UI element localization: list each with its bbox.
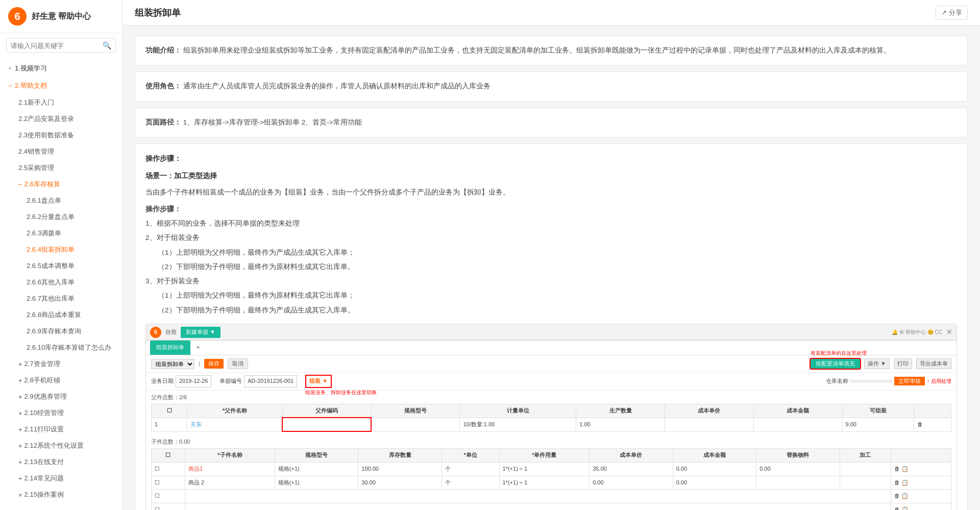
- sidebar-item-stock-check[interactable]: 2.6.9库存账本查询: [0, 323, 122, 339]
- sim-bom-btn[interactable]: 按配置清单填充: [811, 359, 860, 369]
- path-text: 1、库存核算->库存管理->组装拆卸单 2、首页->常用功能: [183, 118, 362, 126]
- lower-label-text: 子件总数：0.00: [151, 439, 190, 445]
- share-label: 分享: [949, 8, 962, 17]
- lcol-check: ☐: [152, 449, 185, 463]
- step3: 3、对于拆装业务: [145, 275, 957, 287]
- col-check: ☐: [152, 404, 187, 418]
- sim-save-btn[interactable]: 保存: [204, 359, 224, 369]
- sidebar-item-cost-adjust[interactable]: 2.6.5成本调整单: [0, 258, 122, 274]
- lr2-goods: 商品 2: [185, 476, 275, 490]
- sim-tab2: ×: [192, 341, 204, 355]
- lr2-unit: 个: [442, 476, 499, 490]
- sidebar-item-cost-calc[interactable]: 2.6.8商品成本重算: [0, 307, 122, 323]
- lr1-process: [840, 462, 891, 476]
- sim-confirm-btn[interactable]: 立即审核: [894, 377, 925, 385]
- upper-table-header: ☐ *父件名称 父件编码 规格型号 计量单位 生产数量 成本单价 成本金额 可组…: [152, 404, 951, 418]
- sidebar-item-account-error[interactable]: 2.6.10库存账本算错了怎么办: [0, 339, 122, 356]
- lcol-plan: 成本单价: [590, 449, 673, 463]
- search-icon[interactable]: 🔍: [103, 41, 111, 50]
- sidebar-item-operation[interactable]: +2.10经营管理: [0, 405, 122, 421]
- biz-label: 单据编号: [219, 376, 242, 386]
- sidebar-item-faq[interactable]: +2.14常见问题: [0, 470, 122, 487]
- sidebar-item-adjust[interactable]: 2.6.3调拨单: [0, 225, 122, 241]
- lr3-cells: [185, 490, 891, 503]
- sim-export-btn[interactable]: 导出成本单: [916, 358, 951, 369]
- lr1-check: ☐: [152, 462, 185, 476]
- collapse-icon: −: [8, 82, 12, 89]
- step1: 1、根据不同的业务，选择不同单据的类型来处理: [145, 217, 957, 230]
- intro-label: 功能介绍：: [145, 46, 181, 54]
- sidebar-item-new[interactable]: 2.1新手入门: [0, 94, 122, 111]
- sidebar-item-mobile[interactable]: +2.8手机旺铺: [0, 372, 122, 388]
- sidebar-item-settings[interactable]: +2.12系统个性化设置: [0, 438, 122, 454]
- lcol-total: 替换物料: [756, 449, 840, 463]
- sidebar-item-other-in[interactable]: 2.6.6其他入库单: [0, 274, 122, 290]
- intro-text: 组装拆卸单用来处理企业组装或拆卸等加工业务，支持有固定装配清单的产品加工业务，也…: [183, 46, 891, 54]
- lr1-replace: 0.00: [756, 462, 840, 476]
- sidebar-item-data[interactable]: 2.3使用前数据准备: [0, 127, 122, 143]
- ops-title: 操作步骤：: [145, 152, 957, 165]
- store-value[interactable]: [850, 380, 892, 382]
- lr2-process: [840, 476, 891, 490]
- path-card: 页面路径： 1、库存核算->库存管理->组装拆卸单 2、首页->常用功能: [135, 108, 968, 137]
- lr1-cost: 35.00: [590, 462, 673, 476]
- sim-more-btn[interactable]: 操作 ▼: [864, 358, 890, 369]
- sidebar-item-print[interactable]: +2.11打印设置: [0, 421, 122, 438]
- sidebar-item-stock-count2[interactable]: 2.6.2分量盘点单: [0, 209, 122, 225]
- lcol-code: 规格型号: [275, 449, 358, 463]
- role-text: 通常由生产人员或库管人员完成拆装业务的操作，库管人员确认原材料的出库和产成品的入…: [183, 82, 491, 90]
- sidebar-item-other-out[interactable]: 2.6.7其他出库单: [0, 290, 122, 307]
- cell-action: 🗑: [914, 418, 951, 431]
- search-box[interactable]: 🔍: [6, 38, 116, 53]
- sidebar-item-purchase[interactable]: 2.5采购管理: [0, 160, 122, 176]
- lr3-check: ☐: [152, 490, 185, 503]
- sim-cancel-btn[interactable]: 取消: [228, 358, 248, 369]
- sidebar-item-payment[interactable]: +2.13在线支付: [0, 454, 122, 470]
- sim-print-btn[interactable]: 打印: [894, 358, 912, 369]
- app-name: 好生意 帮助中心: [32, 11, 91, 22]
- sidebar-item-inventory[interactable]: − 2.6库存核算: [0, 176, 122, 192]
- annotation-toggle: 组装业务、拆卸业务在这里切换: [305, 388, 377, 397]
- lower-row-2: ☐ 商品 2 规格(+1) 30.00 个 1*(+1) ÷ 1 0.00 0.…: [152, 476, 951, 490]
- sim-type-select[interactable]: 组装拆卸单: [151, 359, 194, 369]
- scenario1-title: 场景一：加工类型选择: [145, 170, 957, 182]
- sidebar-item-coupon[interactable]: +2.9优惠券管理: [0, 388, 122, 405]
- sim-assemble-toggle[interactable]: 组装 ▼: [305, 375, 332, 388]
- cell-spec: [371, 418, 460, 431]
- logo-icon: 6: [8, 7, 27, 26]
- sidebar-item-install[interactable]: 2.2产品安装及登录: [0, 111, 122, 127]
- search-input[interactable]: [11, 42, 103, 50]
- sidebar-item-finance[interactable]: +2.7资金管理: [0, 356, 122, 372]
- annotation-enable-container: ↑ 启用处理: [927, 376, 951, 386]
- scenario1-desc: 当由多个子件材料组装成一个成品的业务为【组装】业务，当由一个父件拆分成多个子产品…: [145, 186, 957, 199]
- col-cost: 成本单价: [665, 404, 754, 418]
- sidebar-item-docs[interactable]: − 2.帮助文档: [0, 77, 122, 94]
- lower-row-1: ☐ 商品1 规格(+1) 100.00 个 1*(+1) ÷ 1 35.00 0…: [152, 462, 951, 476]
- sim-field-store: 仓库名称 立即审核 ↑ 启用处理: [826, 375, 951, 388]
- lcol-qty: *单位: [442, 449, 499, 463]
- col-total: 成本金额: [753, 404, 842, 418]
- lr2-code: 规格(+1): [275, 476, 358, 490]
- cell-check: 1: [152, 418, 187, 431]
- sim-app: 6 自营 新建单据 ▼ 🔔 ⚙ 帮助中心 😊 CC ✕ 组装拆卸单 ×: [146, 324, 957, 510]
- sim-brand: 自营: [165, 327, 177, 337]
- lr3-ops: 🗑 📋: [891, 490, 951, 503]
- sidebar-item-assemble[interactable]: 2.6.4组装拆卸单: [0, 241, 122, 258]
- date-label: 业务日期: [151, 376, 174, 386]
- share-button[interactable]: ↗ 分享: [936, 6, 968, 20]
- share-icon: ↗: [941, 9, 947, 16]
- sidebar-item-stock-count[interactable]: 2.6.1盘点单: [0, 192, 122, 209]
- sidebar-item-cases[interactable]: +2.15操作案例: [0, 487, 122, 503]
- col-spec: 规格型号: [371, 404, 460, 418]
- sidebar-item-video[interactable]: + 1.视频学习: [0, 60, 122, 77]
- sim-close[interactable]: ✕: [946, 326, 952, 338]
- sub-step-a2: （2）下部明细为子件明细，最终作为原材料生成其它出库单。: [158, 261, 957, 273]
- date-value[interactable]: 2019-12-26: [176, 375, 211, 387]
- sidebar-item-sales[interactable]: 2.4销售管理: [0, 143, 122, 160]
- biz-value[interactable]: AD-20191226-001: [244, 375, 297, 387]
- lr2-total: 0.00: [673, 476, 756, 490]
- store-label: 仓库名称: [826, 376, 848, 386]
- ops-card: 操作步骤： 场景一：加工类型选择 当由多个子件材料组装成一个成品的业务为【组装】…: [135, 143, 968, 510]
- sim-lower-table: ☐ *子件名称 规格型号 库存数量 *单位 *单件用量 成本单价 成本金额 替换…: [151, 448, 951, 510]
- content-area: 功能介绍： 组装拆卸单用来处理企业组装或拆卸等加工业务，支持有固定装配清单的产品…: [122, 26, 980, 510]
